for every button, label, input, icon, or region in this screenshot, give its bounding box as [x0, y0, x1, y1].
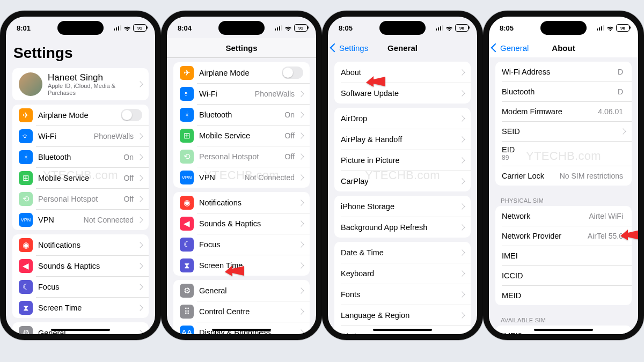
about-top-group: Wi-Fi AddressDBluetoothDModem Firmware4.…: [495, 62, 632, 186]
row-label: Airplane Mode: [199, 69, 282, 77]
chevron-right-icon: [459, 115, 465, 121]
row-label: Carrier Lock: [502, 172, 560, 180]
settings-scrolled: ✈︎Airplane ModeᯤWi-FiPhoneWallsᚼBluetoot…: [167, 58, 316, 336]
row-label: Date & Time: [341, 248, 458, 257]
chevron-right-icon: [298, 220, 304, 226]
row-label: ICCID: [502, 271, 623, 280]
toggle[interactable]: [282, 67, 303, 79]
back-button[interactable]: General: [492, 38, 529, 57]
row-about[interactable]: About: [334, 62, 471, 83]
ant-icon: ⊞: [180, 129, 194, 143]
row-wi-fi-address: Wi-Fi AddressD: [495, 62, 632, 82]
row-bluetooth[interactable]: ᚼBluetoothOn: [12, 146, 149, 167]
row-carplay[interactable]: CarPlay: [334, 171, 471, 191]
row-value: D: [618, 68, 623, 76]
row-label: Picture in Picture: [341, 156, 458, 165]
back-label: General: [500, 43, 529, 53]
row-keyboard[interactable]: Keyboard: [334, 263, 471, 284]
row-date-time[interactable]: Date & Time: [334, 242, 471, 263]
row-value: Airtel WiFi: [589, 212, 623, 220]
general-page: AboutSoftware Update AirDropAirPlay & Ha…: [328, 57, 477, 335]
row-personal-hotspot[interactable]: ⟲Personal HotspotOff: [12, 188, 149, 209]
row-network: NetworkAirtel WiFi: [495, 206, 632, 226]
row-background-app-refresh[interactable]: Background App Refresh: [334, 217, 471, 238]
row-sounds-haptics[interactable]: ◀︎Sounds & Haptics: [12, 255, 149, 276]
row-iphone-storage[interactable]: iPhone Storage: [334, 196, 471, 217]
row-airdrop[interactable]: AirDrop: [334, 108, 471, 129]
row-airplane-mode[interactable]: ✈︎Airplane Mode: [12, 105, 149, 125]
row-language-region[interactable]: Language & Region: [334, 305, 471, 326]
row-meid: MEID: [495, 285, 632, 305]
home-indicator[interactable]: [51, 329, 110, 331]
chevron-right-icon: [459, 312, 465, 318]
row-label: General: [199, 286, 297, 295]
row-general[interactable]: ⚙︎General: [173, 280, 310, 301]
row-mobile-service[interactable]: ⊞Mobile ServiceOff: [173, 125, 310, 146]
chevron-right-icon: [298, 91, 304, 97]
row-label: VPN: [38, 216, 84, 224]
clock: 8:05: [500, 24, 514, 32]
row-vpn[interactable]: VPNVPNNot Connected: [12, 209, 149, 230]
row-airplay-handoff[interactable]: AirPlay & Handoff: [334, 129, 471, 150]
row-picture-in-picture[interactable]: Picture in Picture: [334, 150, 471, 171]
profile-name: Haneet Singh: [48, 72, 136, 83]
row-label: Wi-Fi: [199, 90, 255, 98]
row-screen-time[interactable]: ⧗Screen Time: [12, 297, 149, 318]
row-imei: IMEI: [495, 246, 632, 265]
row-focus[interactable]: ☾Focus: [12, 276, 149, 297]
row-seid[interactable]: SEID: [495, 121, 632, 141]
row-label: Screen Time: [199, 261, 297, 270]
row-label: IMEI: [502, 252, 623, 260]
row-notifications[interactable]: ◉Notifications: [173, 192, 310, 213]
row-vpn[interactable]: VPNVPNNot Connected: [173, 167, 310, 188]
row-mobile-service[interactable]: ⊞Mobile ServiceOff: [12, 167, 149, 188]
moon-icon: ☾: [19, 280, 33, 294]
toggle[interactable]: [121, 109, 142, 121]
row-label: Bluetooth: [199, 110, 284, 119]
chevron-right-icon: [298, 329, 304, 335]
phone-2: 8:04 91 Settings ✈︎Airplane ModeᯤWi-FiPh…: [161, 11, 322, 340]
sound-icon: ◀︎: [180, 217, 194, 231]
row-fonts[interactable]: Fonts: [334, 284, 471, 305]
row-label: MEID: [502, 291, 623, 300]
row-label: Sounds & Haptics: [38, 262, 136, 270]
chevron-left-icon: [330, 43, 339, 53]
plane-icon: ✈︎: [180, 66, 194, 80]
row-modem-firmware: Modem Firmware4.06.01: [495, 101, 632, 121]
home-indicator[interactable]: [373, 329, 432, 331]
row-value: Not Connected: [84, 216, 134, 224]
row-focus[interactable]: ☾Focus: [173, 234, 310, 255]
chevron-right-icon: [459, 270, 465, 276]
nav-header: General About: [489, 38, 638, 57]
plane-icon: ✈︎: [19, 108, 33, 122]
back-button[interactable]: Settings: [331, 38, 368, 57]
bt-icon: ᚼ: [19, 150, 33, 164]
row-notifications[interactable]: ◉Notifications: [12, 234, 149, 255]
page-title: Settings: [6, 38, 155, 64]
row-value: Off: [124, 195, 134, 203]
row-screen-time[interactable]: ⧗Screen Time: [173, 255, 310, 276]
nav-title: Settings: [225, 43, 257, 53]
row-label: Network Provider: [502, 232, 588, 240]
apple-id-row[interactable]: Haneet Singh Apple ID, iCloud, Media & P…: [12, 68, 149, 100]
chevron-right-icon: [137, 330, 143, 335]
row-carrier-lock: Carrier LockNo SIM restrictions: [495, 166, 632, 186]
row-personal-hotspot[interactable]: ⟲Personal HotspotOff: [173, 146, 310, 167]
row-bluetooth[interactable]: ᚼBluetoothOn: [173, 104, 310, 125]
row-control-centre[interactable]: ⠿Control Centre: [173, 301, 310, 322]
chevron-right-icon: [459, 90, 465, 96]
row-airplane-mode[interactable]: ✈︎Airplane Mode: [173, 62, 310, 83]
row-software-update[interactable]: Software Update: [334, 83, 471, 104]
row-label: Fonts: [341, 290, 458, 299]
chevron-right-icon: [459, 136, 465, 142]
home-indicator[interactable]: [534, 329, 593, 331]
row-sounds-haptics[interactable]: ◀︎Sounds & Haptics: [173, 213, 310, 234]
about-page: Wi-Fi AddressDBluetoothDModem Firmware4.…: [489, 57, 638, 335]
home-indicator[interactable]: [212, 329, 271, 331]
row-eid: EID89: [495, 141, 632, 166]
row-label: Control Centre: [199, 307, 297, 316]
row-label: VPN: [199, 173, 245, 182]
row-wi-fi[interactable]: ᯤWi-FiPhoneWalls: [12, 125, 149, 146]
row-wi-fi[interactable]: ᯤWi-FiPhoneWalls: [173, 83, 310, 104]
about-group: AboutSoftware Update: [334, 62, 471, 104]
